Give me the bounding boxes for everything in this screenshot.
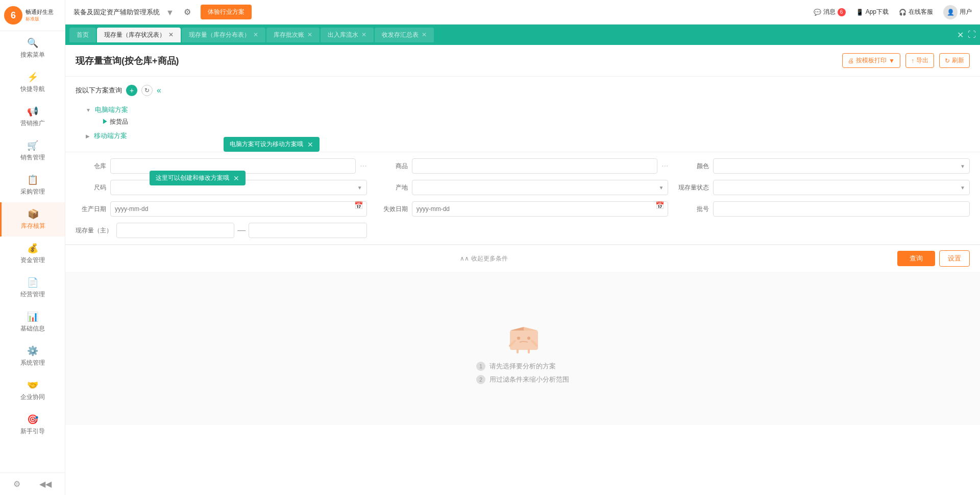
- message-icon: 💬: [814, 9, 821, 16]
- color-select-arrow: ▼: [960, 163, 965, 169]
- tab-summary-close[interactable]: ✕: [422, 31, 427, 38]
- tab-stock-dist-close[interactable]: ✕: [253, 31, 258, 38]
- sidebar-item-system-label: 系统管理: [20, 359, 45, 367]
- guide-icon: 🎯: [27, 414, 38, 425]
- tab-stock-dist-label: 现存量（库存分布表）: [189, 31, 250, 39]
- tip-item-1: 1 请先选择要分析的方案: [476, 362, 569, 371]
- settings-bottom-btn[interactable]: ⚙: [13, 479, 20, 489]
- empty-tips: 1 请先选择要分析的方案 2 用过滤条件来缩小分析范围: [476, 362, 569, 384]
- print-btn[interactable]: 🖨 按模板打印 ▼: [842, 53, 900, 68]
- prod-date-input[interactable]: [110, 201, 367, 217]
- filter-add-btn[interactable]: +: [126, 85, 137, 96]
- batch-label: 批号: [678, 205, 709, 214]
- tooltip-scheme-text: 电脑方案可设为移动方案哦: [230, 140, 303, 149]
- tab-summary[interactable]: 收发存汇总表 ✕: [375, 28, 434, 42]
- sidebar-item-inventory[interactable]: 📦 库存核算: [0, 202, 65, 237]
- user-label: 用户: [960, 8, 972, 16]
- notification-action[interactable]: 💬 消息 6: [814, 8, 846, 16]
- search-actions: 查询 设置: [897, 250, 970, 267]
- setup-btn[interactable]: 设置: [939, 250, 970, 267]
- collapse-btn[interactable]: ∧∧ 收起更多条件: [460, 254, 508, 263]
- stock-main-min[interactable]: [116, 223, 234, 238]
- origin-select-arrow: ▼: [658, 185, 664, 191]
- export-btn[interactable]: ↑ 导出: [905, 53, 934, 68]
- app-download-action[interactable]: 📱 App下载: [856, 8, 889, 16]
- export-btn-label: 导出: [916, 56, 928, 65]
- search-nav-icon: 🔍: [27, 37, 38, 49]
- stock-status-select[interactable]: ▼: [713, 180, 970, 195]
- content-area: 1 请先选择要分析的方案 2 用过滤条件来缩小分析范围: [65, 272, 980, 425]
- batch-input[interactable]: [713, 201, 970, 217]
- sidebar-item-enterprise-label: 企业协同: [20, 393, 45, 402]
- page-title: 现存量查询(按仓库+商品): [76, 55, 179, 67]
- filter-back-btn[interactable]: «: [157, 86, 161, 95]
- stock-main-max[interactable]: [249, 223, 366, 238]
- goods-label: 商品: [377, 162, 408, 171]
- tab-batch-close[interactable]: ✕: [307, 31, 312, 38]
- experience-btn[interactable]: 体验行业方案: [201, 5, 252, 19]
- stock-main-sep: —: [237, 226, 246, 235]
- refresh-icon: ↻: [945, 57, 950, 64]
- sidebar-item-base-info-label: 基础信息: [20, 324, 45, 333]
- tab-inout-close[interactable]: ✕: [361, 31, 366, 38]
- online-support-action[interactable]: 🎧 在线客服: [899, 8, 933, 16]
- expiry-date-input[interactable]: [412, 201, 669, 217]
- sidebar-item-purchase-label: 采购管理: [20, 187, 45, 196]
- size-label: 尺码: [76, 183, 106, 192]
- tab-batch-label: 库存批次账: [274, 31, 304, 39]
- sidebar-item-system[interactable]: ⚙️ 系统管理: [0, 339, 65, 373]
- tab-maximize-icon[interactable]: ⛶: [968, 30, 976, 40]
- refresh-btn-label: 刷新: [952, 56, 964, 65]
- empty-icon: [497, 313, 548, 353]
- sidebar-item-operations[interactable]: 📄 经营管理: [0, 271, 65, 305]
- system-dropdown-icon[interactable]: ▼: [166, 8, 174, 16]
- goods-input[interactable]: [412, 158, 657, 174]
- sidebar-item-sales[interactable]: 🛒 销售管理: [0, 134, 65, 168]
- collapse-sidebar-btn[interactable]: ◀◀: [39, 479, 52, 489]
- tooltip-scheme2-close[interactable]: ✕: [233, 174, 239, 182]
- page-header: 现存量查询(按仓库+商品) 🖨 按模板打印 ▼ ↑ 导出 ↻ 刷新: [65, 45, 980, 77]
- tab-close-all-icon[interactable]: ✕: [957, 30, 964, 40]
- filter-wrapper: 按以下方案查询 + ↻ « ▼ 电脑端方案 ▶ 按货品: [65, 77, 980, 272]
- header-settings-btn[interactable]: ⚙: [180, 5, 194, 19]
- expiry-date-calendar-icon[interactable]: 📅: [655, 201, 664, 209]
- scheme-mobile-item[interactable]: ▶ 移动端方案: [86, 128, 960, 144]
- tooltip-scheme-close[interactable]: ✕: [307, 140, 313, 149]
- filter-reset-btn[interactable]: ↻: [141, 85, 153, 96]
- svg-point-1: [517, 337, 520, 340]
- scheme-desktop-item[interactable]: ▼ 电脑端方案: [86, 102, 960, 117]
- print-btn-label: 按模板打印: [856, 56, 887, 65]
- origin-label: 产地: [377, 183, 408, 192]
- prod-date-calendar-icon[interactable]: 📅: [354, 201, 363, 209]
- tab-home[interactable]: 首页: [69, 28, 96, 42]
- page-actions: 🖨 按模板打印 ▼ ↑ 导出 ↻ 刷新: [842, 53, 970, 68]
- color-select[interactable]: ▼: [713, 158, 970, 174]
- sidebar-item-marketing-label: 营销推广: [20, 119, 45, 128]
- sidebar-item-base-info[interactable]: 📊 基础信息: [0, 305, 65, 339]
- filter-row-color: 颜色 ▼: [678, 158, 970, 174]
- tab-inout[interactable]: 出入库流水 ✕: [321, 28, 374, 42]
- tab-stock-status[interactable]: 现存量（库存状况表） ✕: [97, 28, 181, 42]
- tab-stock-dist[interactable]: 现存量（库存分布表） ✕: [182, 28, 265, 42]
- empty-state: 1 请先选择要分析的方案 2 用过滤条件来缩小分析范围: [65, 272, 980, 425]
- origin-select[interactable]: ▼: [412, 180, 669, 195]
- search-btn[interactable]: 查询: [897, 251, 935, 266]
- refresh-btn[interactable]: ↻ 刷新: [939, 53, 970, 68]
- warehouse-dots[interactable]: ···: [360, 161, 366, 171]
- sidebar-item-marketing[interactable]: 📢 营销推广: [0, 100, 65, 134]
- expiry-date-label: 失效日期: [377, 205, 408, 214]
- tab-batch[interactable]: 库存批次账 ✕: [266, 28, 320, 42]
- size-select-arrow: ▼: [357, 185, 362, 191]
- sidebar-item-guide[interactable]: 🎯 新手引导: [0, 408, 65, 442]
- goods-dots[interactable]: ···: [662, 161, 668, 171]
- user-action[interactable]: 👤 用户: [943, 5, 972, 19]
- sidebar-item-enterprise[interactable]: 🤝 企业协同: [0, 373, 65, 408]
- tab-bar-actions: ✕ ⛶: [957, 30, 976, 40]
- sidebar-item-quicknav[interactable]: ⚡ 快捷导航: [0, 65, 65, 100]
- scheme-desktop-sub[interactable]: ▶ 按货品: [86, 117, 960, 128]
- tab-stock-status-close[interactable]: ✕: [168, 31, 174, 38]
- sidebar-item-purchase[interactable]: 📋 采购管理: [0, 168, 65, 202]
- sidebar-item-finance[interactable]: 💰 资金管理: [0, 237, 65, 271]
- sidebar-item-search[interactable]: 🔍 搜索菜单: [0, 31, 65, 65]
- filter-row-prod-date: 生产日期 📅: [76, 201, 367, 217]
